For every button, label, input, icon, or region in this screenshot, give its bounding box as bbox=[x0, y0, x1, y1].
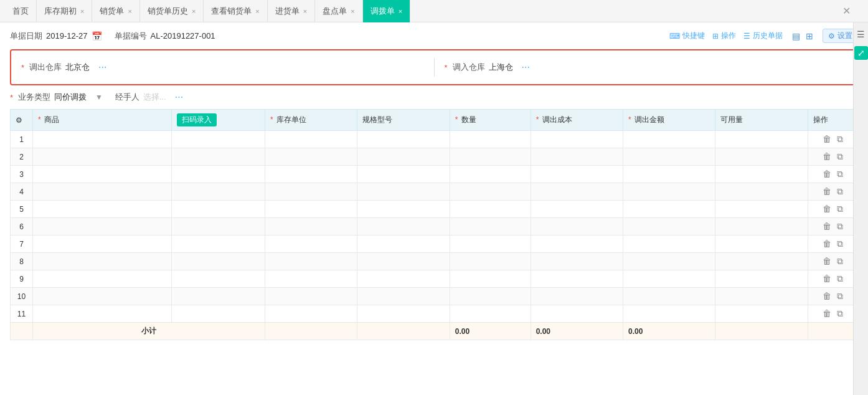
transfer-in-more-button[interactable]: ··· bbox=[522, 62, 530, 73]
shortcut-button[interactable]: ⌨ 快捷键 bbox=[669, 31, 705, 41]
row-unit[interactable] bbox=[265, 131, 357, 148]
tab-home[interactable]: 首页 bbox=[5, 0, 37, 22]
row-cost[interactable] bbox=[531, 236, 623, 253]
row-product[interactable] bbox=[33, 201, 172, 218]
row-unit[interactable] bbox=[265, 166, 357, 183]
row-spec[interactable] bbox=[357, 270, 450, 288]
row-amount[interactable] bbox=[623, 183, 715, 201]
row-qty[interactable] bbox=[450, 201, 531, 218]
business-type-value[interactable]: 同价调拨 bbox=[54, 92, 87, 103]
row-amount[interactable] bbox=[623, 305, 715, 323]
tab-close-inventory[interactable]: × bbox=[351, 7, 354, 15]
delete-icon[interactable]: 🗑 bbox=[823, 239, 831, 249]
row-amount[interactable] bbox=[623, 288, 715, 305]
tab-close-view-sales[interactable]: × bbox=[255, 7, 259, 15]
row-spec[interactable] bbox=[357, 305, 450, 323]
row-spec[interactable] bbox=[357, 218, 450, 236]
row-cost[interactable] bbox=[531, 218, 623, 236]
copy-icon[interactable]: ⧉ bbox=[837, 308, 843, 318]
copy-icon[interactable]: ⧉ bbox=[837, 169, 843, 179]
row-product[interactable] bbox=[33, 236, 172, 253]
row-qty[interactable] bbox=[450, 131, 531, 148]
delete-icon[interactable]: 🗑 bbox=[823, 308, 831, 318]
row-product[interactable] bbox=[33, 183, 172, 201]
delete-icon[interactable]: 🗑 bbox=[823, 204, 831, 214]
delete-icon[interactable]: 🗑 bbox=[823, 256, 831, 266]
sidebar-expand-icon[interactable]: ⤢ bbox=[854, 46, 868, 60]
calendar-icon[interactable]: 📅 bbox=[92, 31, 102, 41]
row-spec[interactable] bbox=[357, 148, 450, 166]
row-cost[interactable] bbox=[531, 183, 623, 201]
window-close-button[interactable]: ✕ bbox=[842, 5, 851, 17]
row-qty[interactable] bbox=[450, 218, 531, 236]
row-qty[interactable] bbox=[450, 148, 531, 166]
row-spec[interactable] bbox=[357, 166, 450, 183]
row-spec[interactable] bbox=[357, 236, 450, 253]
row-spec[interactable] bbox=[357, 183, 450, 201]
row-qty[interactable] bbox=[450, 288, 531, 305]
copy-icon[interactable]: ⧉ bbox=[837, 291, 843, 301]
tab-close-transfer[interactable]: × bbox=[399, 7, 402, 15]
row-qty[interactable] bbox=[450, 183, 531, 201]
row-unit[interactable] bbox=[265, 236, 357, 253]
row-product[interactable] bbox=[33, 270, 172, 288]
tab-inventory[interactable]: 盘点单 × bbox=[315, 0, 362, 22]
transfer-in-value[interactable]: 上海仓 bbox=[489, 62, 513, 73]
row-amount[interactable] bbox=[623, 131, 715, 148]
row-product[interactable] bbox=[33, 148, 172, 166]
copy-icon[interactable]: ⧉ bbox=[837, 256, 843, 266]
copy-icon[interactable]: ⧉ bbox=[837, 221, 843, 231]
row-spec[interactable] bbox=[357, 201, 450, 218]
row-amount[interactable] bbox=[623, 148, 715, 166]
row-unit[interactable] bbox=[265, 270, 357, 288]
row-qty[interactable] bbox=[450, 236, 531, 253]
handler-more-button[interactable]: ··· bbox=[175, 92, 183, 103]
delete-icon[interactable]: 🗑 bbox=[823, 186, 831, 196]
layout-list-icon[interactable]: ▤ bbox=[790, 31, 801, 42]
row-qty[interactable] bbox=[450, 305, 531, 323]
row-spec[interactable] bbox=[357, 253, 450, 270]
th-gear[interactable]: ⚙ bbox=[11, 110, 33, 131]
row-cost[interactable] bbox=[531, 201, 623, 218]
tab-close-sales[interactable]: × bbox=[128, 7, 131, 15]
tab-purchase[interactable]: 进货单 × bbox=[268, 0, 315, 22]
tab-close-stock-init[interactable]: × bbox=[80, 7, 84, 15]
copy-icon[interactable]: ⧉ bbox=[837, 186, 843, 196]
layout-grid-icon[interactable]: ⊞ bbox=[804, 31, 815, 42]
tab-close-purchase[interactable]: × bbox=[303, 7, 307, 15]
history-button[interactable]: ☰ 历史单据 bbox=[743, 31, 783, 41]
row-amount[interactable] bbox=[623, 253, 715, 270]
row-cost[interactable] bbox=[531, 148, 623, 166]
row-product[interactable] bbox=[33, 131, 172, 148]
row-product[interactable] bbox=[33, 166, 172, 183]
row-unit[interactable] bbox=[265, 201, 357, 218]
row-unit[interactable] bbox=[265, 288, 357, 305]
tab-view-sales[interactable]: 查看销货单 × bbox=[204, 0, 267, 22]
row-cost[interactable] bbox=[531, 253, 623, 270]
delete-icon[interactable]: 🗑 bbox=[823, 151, 831, 161]
tab-sales[interactable]: 销货单 × bbox=[92, 0, 139, 22]
row-product[interactable] bbox=[33, 288, 172, 305]
scan-button[interactable]: 扫码录入 bbox=[177, 113, 217, 126]
row-unit[interactable] bbox=[265, 253, 357, 270]
row-cost[interactable] bbox=[531, 131, 623, 148]
copy-icon[interactable]: ⧉ bbox=[837, 239, 843, 249]
delete-icon[interactable]: 🗑 bbox=[823, 134, 831, 144]
row-amount[interactable] bbox=[623, 166, 715, 183]
row-qty[interactable] bbox=[450, 253, 531, 270]
transfer-out-more-button[interactable]: ··· bbox=[98, 62, 106, 73]
sidebar-note-icon[interactable]: ☰ bbox=[854, 27, 868, 41]
row-product[interactable] bbox=[33, 218, 172, 236]
row-qty[interactable] bbox=[450, 166, 531, 183]
row-cost[interactable] bbox=[531, 270, 623, 288]
row-amount[interactable] bbox=[623, 270, 715, 288]
delete-icon[interactable]: 🗑 bbox=[823, 274, 831, 283]
operate-button[interactable]: ⊞ 操作 bbox=[712, 31, 736, 41]
row-cost[interactable] bbox=[531, 166, 623, 183]
row-qty[interactable] bbox=[450, 270, 531, 288]
business-type-dropdown-icon[interactable]: ▼ bbox=[95, 93, 103, 102]
delete-icon[interactable]: 🗑 bbox=[823, 291, 831, 301]
row-amount[interactable] bbox=[623, 236, 715, 253]
tab-sales-history[interactable]: 销货单历史 × bbox=[140, 0, 204, 22]
row-amount[interactable] bbox=[623, 201, 715, 218]
